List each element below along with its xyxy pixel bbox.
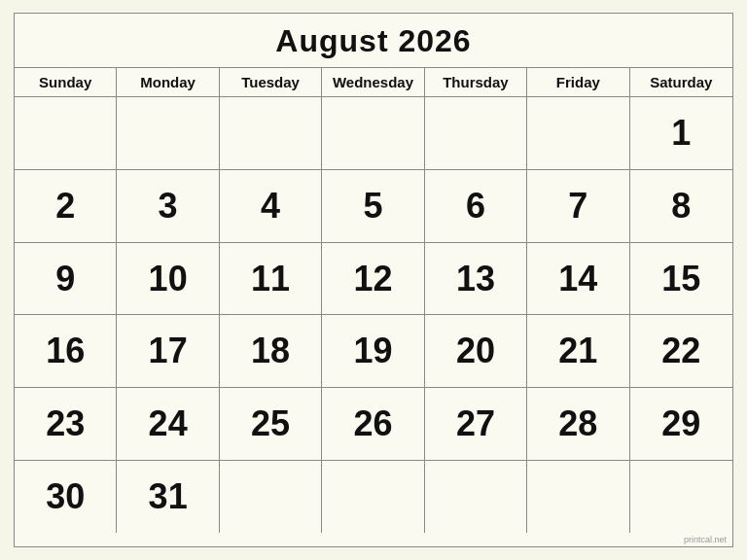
day-30: 30 xyxy=(15,461,117,533)
header-cell-tuesday: Tuesday xyxy=(220,68,322,96)
day-13: 13 xyxy=(425,243,527,315)
day-26: 26 xyxy=(322,388,424,460)
day-empty-0-1 xyxy=(117,97,219,169)
day-empty-5-3 xyxy=(322,461,424,533)
day-empty-0-5 xyxy=(527,97,629,169)
day-15: 15 xyxy=(630,243,732,315)
day-empty-0-0 xyxy=(15,97,117,169)
day-31: 31 xyxy=(117,461,219,533)
day-empty-5-5 xyxy=(527,461,629,533)
day-20: 20 xyxy=(425,315,527,387)
day-12: 12 xyxy=(322,243,424,315)
calendar-grid: SundayMondayTuesdayWednesdayThursdayFrid… xyxy=(15,67,732,533)
header-cell-monday: Monday xyxy=(117,68,219,96)
week-row-0: 1 xyxy=(15,97,732,170)
day-7: 7 xyxy=(527,170,629,242)
calendar-title: August 2026 xyxy=(15,14,732,67)
day-25: 25 xyxy=(220,388,322,460)
day-29: 29 xyxy=(630,388,732,460)
day-27: 27 xyxy=(425,388,527,460)
day-empty-0-2 xyxy=(220,97,322,169)
day-empty-5-6 xyxy=(630,461,732,533)
day-17: 17 xyxy=(117,315,219,387)
watermark: printcal.net xyxy=(15,533,732,546)
header-row: SundayMondayTuesdayWednesdayThursdayFrid… xyxy=(15,68,732,97)
calendar: August 2026 SundayMondayTuesdayWednesday… xyxy=(14,13,733,547)
header-cell-wednesday: Wednesday xyxy=(322,68,424,96)
day-22: 22 xyxy=(630,315,732,387)
day-9: 9 xyxy=(15,243,117,315)
day-24: 24 xyxy=(117,388,219,460)
day-23: 23 xyxy=(15,388,117,460)
header-cell-saturday: Saturday xyxy=(630,68,732,96)
week-row-3: 16171819202122 xyxy=(15,315,732,388)
week-row-1: 2345678 xyxy=(15,170,732,243)
day-1: 1 xyxy=(630,97,732,169)
header-cell-thursday: Thursday xyxy=(425,68,527,96)
day-empty-5-4 xyxy=(425,461,527,533)
day-3: 3 xyxy=(117,170,219,242)
day-empty-5-2 xyxy=(220,461,322,533)
day-empty-0-4 xyxy=(425,97,527,169)
weeks-container: 1234567891011121314151617181920212223242… xyxy=(15,97,732,533)
week-row-5: 3031 xyxy=(15,461,732,533)
week-row-2: 9101112131415 xyxy=(15,243,732,316)
header-cell-friday: Friday xyxy=(527,68,629,96)
week-row-4: 23242526272829 xyxy=(15,388,732,461)
day-18: 18 xyxy=(220,315,322,387)
day-28: 28 xyxy=(527,388,629,460)
day-14: 14 xyxy=(527,243,629,315)
day-2: 2 xyxy=(15,170,117,242)
day-6: 6 xyxy=(425,170,527,242)
day-10: 10 xyxy=(117,243,219,315)
day-empty-0-3 xyxy=(322,97,424,169)
day-19: 19 xyxy=(322,315,424,387)
header-cell-sunday: Sunday xyxy=(15,68,117,96)
day-8: 8 xyxy=(630,170,732,242)
day-4: 4 xyxy=(220,170,322,242)
day-5: 5 xyxy=(322,170,424,242)
day-16: 16 xyxy=(15,315,117,387)
day-21: 21 xyxy=(527,315,629,387)
day-11: 11 xyxy=(220,243,322,315)
